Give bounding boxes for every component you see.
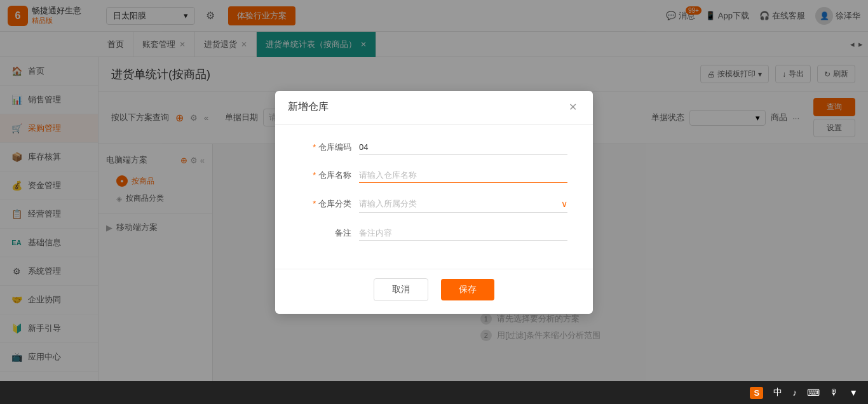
warehouse-note-input[interactable] (359, 226, 567, 241)
form-row-category: 仓库分类 请输入所属分类 ∨ (301, 196, 567, 213)
dialog-title: 新增仓库 (288, 100, 329, 114)
dialog-header: 新增仓库 ✕ (275, 91, 593, 125)
cancel-button[interactable]: 取消 (374, 278, 428, 301)
code-label: 仓库编码 (301, 142, 351, 153)
bottom-lang-icon[interactable]: 中 (773, 387, 782, 398)
note-label: 备注 (301, 227, 351, 239)
new-warehouse-dialog: 新增仓库 ✕ 仓库编码 仓库名称 仓库分类 (275, 91, 593, 314)
bottom-bar: S 中 ♪ ⌨ 🎙 ▼ (0, 381, 868, 404)
save-button[interactable]: 保存 (441, 279, 494, 300)
form-row-note: 备注 (301, 226, 567, 241)
warehouse-code-input[interactable] (359, 140, 567, 155)
bottom-mic-icon[interactable]: 🎙 (830, 387, 839, 398)
warehouse-category-select[interactable]: 请输入所属分类 ∨ (359, 196, 567, 213)
bottom-music-icon[interactable]: ♪ (792, 387, 797, 398)
name-label: 仓库名称 (301, 170, 351, 181)
s-logo: S (750, 387, 763, 399)
category-dropdown-icon: ∨ (561, 199, 567, 209)
warehouse-name-input[interactable] (359, 168, 567, 183)
bottom-collapse-icon[interactable]: ▼ (849, 387, 858, 398)
bottom-keyboard-icon[interactable]: ⌨ (807, 387, 820, 398)
category-select-placeholder: 请输入所属分类 (359, 198, 417, 210)
modal-overlay: 新增仓库 ✕ 仓库编码 仓库名称 仓库分类 (0, 0, 868, 404)
form-row-name: 仓库名称 (301, 168, 567, 183)
dialog-footer: 取消 保存 (275, 269, 593, 314)
category-label: 仓库分类 (301, 198, 351, 210)
dialog-body: 仓库编码 仓库名称 仓库分类 请输入所属分类 ∨ (275, 125, 593, 269)
form-row-code: 仓库编码 (301, 140, 567, 155)
dialog-close-button[interactable]: ✕ (565, 100, 580, 115)
